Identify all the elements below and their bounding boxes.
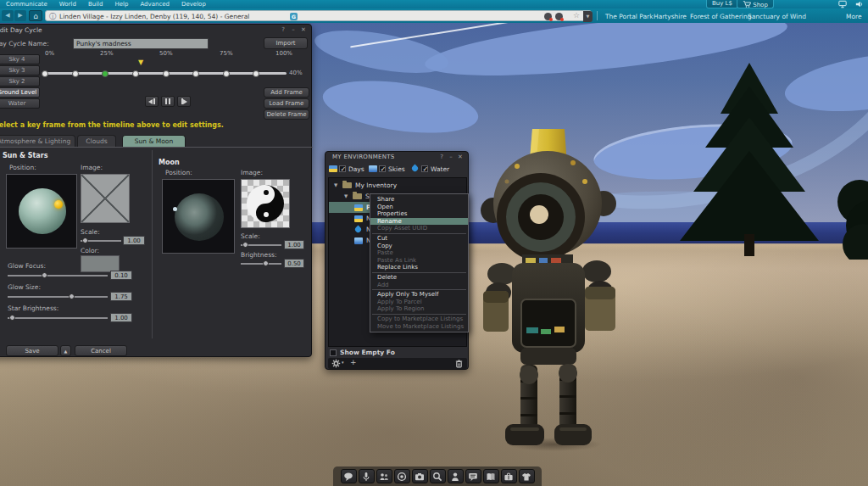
- info-icon[interactable]: ⓘ: [49, 12, 56, 21]
- trash-icon[interactable]: [454, 359, 464, 368]
- glow-focus-value[interactable]: 0.10: [110, 271, 132, 280]
- star-brightness-value[interactable]: 1.00: [110, 313, 132, 322]
- shop-button[interactable]: Shop: [737, 0, 774, 8]
- help-icon[interactable]: ?: [437, 154, 446, 161]
- menu-item-rename[interactable]: Rename: [370, 218, 468, 226]
- track-tab-water[interactable]: Water: [0, 98, 40, 109]
- keyframe-dot[interactable]: [72, 70, 79, 77]
- menu-item-replace-links[interactable]: Replace Links: [370, 264, 468, 271]
- sun-position-widget[interactable]: [6, 174, 77, 249]
- menu-item-share[interactable]: Share: [370, 196, 468, 204]
- track-tab-ground-level[interactable]: Ground Level: [0, 87, 40, 98]
- speaker-icon[interactable]: [854, 0, 865, 8]
- keyframe-dot[interactable]: [42, 70, 48, 77]
- track-tab-sky3[interactable]: Sky 3: [0, 65, 40, 75]
- menu-item-copy[interactable]: Copy: [370, 243, 468, 250]
- toolbar-places-button[interactable]: [483, 469, 499, 483]
- toolbar-conversations-button[interactable]: [465, 469, 481, 483]
- favorites-more-button[interactable]: More: [846, 13, 862, 20]
- glow-size-value[interactable]: 1.75: [110, 292, 132, 301]
- menu-item-properties[interactable]: Properties: [370, 210, 468, 218]
- location-bar[interactable]: ⓘ Linden Village - Izzy Linden, Denby (1…: [45, 10, 592, 21]
- moon-scale-slider[interactable]: [241, 241, 281, 249]
- tree-row-my-inventory[interactable]: ▼ My Inventory: [329, 180, 466, 191]
- expander-icon[interactable]: ▼: [334, 182, 337, 187]
- keyframe-dot-selected[interactable]: [102, 70, 108, 77]
- moon-image-picker[interactable]: [241, 179, 290, 228]
- save-button[interactable]: Save: [6, 345, 58, 356]
- moon-brightness-slider[interactable]: [241, 260, 281, 267]
- menu-communicate[interactable]: Communicate: [0, 0, 53, 8]
- time-marker-icon[interactable]: ▼: [138, 59, 143, 66]
- close-icon[interactable]: ✕: [456, 154, 465, 161]
- pause-button[interactable]: [161, 96, 175, 107]
- add-item-button[interactable]: +: [350, 358, 357, 366]
- water-checkbox[interactable]: [421, 165, 428, 172]
- menu-item-open[interactable]: Open: [370, 204, 468, 211]
- help-icon[interactable]: ?: [279, 26, 287, 34]
- days-checkbox[interactable]: [339, 165, 346, 172]
- menu-item-apply-only-to-myself[interactable]: Apply Only To Myself: [370, 291, 468, 299]
- toolbar-outfits-button[interactable]: [519, 469, 535, 483]
- gear-icon[interactable]: [331, 359, 341, 368]
- favorite-landmark[interactable]: The Portal Park: [605, 13, 653, 20]
- skies-checkbox[interactable]: [379, 165, 386, 172]
- add-frame-button[interactable]: Add Frame: [264, 87, 309, 98]
- back-button[interactable]: ◀: [2, 10, 14, 21]
- star-brightness-slider[interactable]: [8, 314, 108, 321]
- day-cycle-name-input[interactable]: [73, 38, 209, 49]
- toolbar-inventory-button[interactable]: [501, 469, 517, 483]
- menu-item-cut[interactable]: Cut: [370, 235, 468, 243]
- moon-brightness-value[interactable]: 0.50: [284, 259, 304, 268]
- keyframe-dot[interactable]: [253, 70, 259, 77]
- track-tab-sky2[interactable]: Sky 2: [0, 76, 40, 87]
- delete-frame-button[interactable]: Delete Frame: [264, 109, 309, 120]
- favorite-star-icon[interactable]: ☆: [573, 11, 580, 20]
- tab-sun-moon[interactable]: Sun & Moon: [122, 135, 186, 147]
- expander-icon[interactable]: ▼: [344, 193, 348, 198]
- cancel-button[interactable]: Cancel: [75, 345, 127, 356]
- toolbar-chat-button[interactable]: [341, 469, 357, 483]
- keyframe-dot[interactable]: [163, 70, 170, 77]
- keyframe-dot[interactable]: [192, 70, 199, 77]
- step-forward-button[interactable]: [177, 96, 191, 107]
- toolbar-friends-button[interactable]: [376, 469, 392, 483]
- buy-currency-button[interactable]: Buy L$: [706, 0, 738, 8]
- favorite-landmark[interactable]: Forest of Gathering: [690, 13, 751, 20]
- keyframe-dot[interactable]: [132, 70, 139, 77]
- sun-color-swatch[interactable]: [81, 255, 120, 272]
- glow-focus-slider[interactable]: [8, 271, 108, 279]
- menu-advanced[interactable]: Advanced: [134, 0, 175, 8]
- menu-develop[interactable]: Develop: [175, 0, 212, 8]
- forward-button[interactable]: ▶: [14, 10, 26, 21]
- tab-atmosphere-lighting[interactable]: Atmosphere & Lighting: [0, 135, 75, 147]
- toolbar-camera-button[interactable]: [394, 469, 410, 483]
- glow-size-slider[interactable]: [8, 293, 108, 300]
- favorite-landmark[interactable]: Sanctuary of Wind: [748, 13, 806, 20]
- step-back-button[interactable]: [145, 96, 159, 107]
- menu-item-delete[interactable]: Delete: [370, 274, 468, 282]
- close-icon[interactable]: ✕: [299, 26, 308, 34]
- tab-clouds[interactable]: Clouds: [77, 135, 116, 147]
- show-empty-folders-checkbox[interactable]: [330, 349, 337, 356]
- minimize-icon[interactable]: –: [289, 26, 298, 34]
- menu-build[interactable]: Build: [82, 0, 109, 8]
- sun-scale-slider[interactable]: [81, 237, 121, 244]
- toolbar-people-button[interactable]: [448, 469, 464, 483]
- save-options-button[interactable]: ▲: [60, 345, 71, 356]
- location-dropdown-button[interactable]: ▼: [583, 11, 593, 22]
- home-button[interactable]: ⌂: [29, 10, 42, 21]
- menu-help[interactable]: Help: [108, 0, 134, 8]
- minimize-icon[interactable]: –: [447, 154, 455, 161]
- load-frame-button[interactable]: Load Frame: [264, 98, 309, 109]
- gear-caret-icon[interactable]: ▾: [342, 360, 344, 365]
- moon-scale-value[interactable]: 1.00: [284, 240, 304, 249]
- track-tab-sky4[interactable]: Sky 4: [0, 54, 40, 64]
- toolbar-search-button[interactable]: [430, 469, 446, 483]
- favorite-landmark[interactable]: Hartyshire: [654, 13, 687, 20]
- menu-world[interactable]: World: [53, 0, 82, 8]
- sun-scale-value[interactable]: 1.00: [123, 236, 145, 245]
- moon-position-widget[interactable]: [162, 179, 235, 254]
- toolbar-speak-button[interactable]: [359, 469, 375, 483]
- keyframe-dot[interactable]: [223, 70, 230, 77]
